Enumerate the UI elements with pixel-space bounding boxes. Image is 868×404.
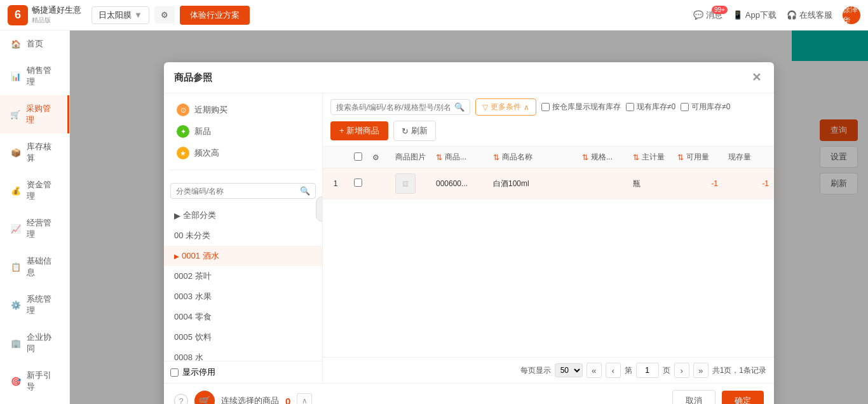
- modal-title: 商品参照: [174, 72, 212, 84]
- next-page-button[interactable]: ›: [674, 363, 689, 378]
- sidebar-label-purchase: 采购管理: [26, 103, 57, 126]
- sidebar-item-apps[interactable]: 📱 应用中心: [0, 400, 69, 404]
- warehouse-stock-filter[interactable]: 按仓库显示现有库存: [541, 102, 621, 112]
- select-all-checkbox[interactable]: [354, 152, 362, 161]
- category-search-icon[interactable]: 🔍: [300, 186, 310, 196]
- product-search-icon[interactable]: 🔍: [454, 102, 465, 112]
- table-header: ⚙ 商品图片 ⇅ 商品...: [323, 147, 774, 168]
- category-0002[interactable]: 0002 茶叶: [164, 266, 322, 286]
- online-service-nav-item[interactable]: 🎧 在线客服: [787, 10, 832, 21]
- current-stock-filter[interactable]: 现有库存≠0: [626, 102, 675, 112]
- add-product-button[interactable]: + 新增商品: [330, 121, 388, 140]
- sort-icon-avail: ⇅: [677, 153, 684, 162]
- row-spec: [577, 168, 628, 199]
- messages-badge: 99+: [712, 6, 728, 14]
- quick-filter-area: ⊙ 近期购买 ✦ 新品 ★ 频次高: [164, 93, 322, 179]
- row-name: 白酒100ml: [488, 168, 577, 199]
- category-0003[interactable]: 0003 水果: [164, 286, 322, 307]
- messages-nav-item[interactable]: 💬 消息 99+: [693, 10, 722, 21]
- nav-right: 💬 消息 99+ 📱 App下载 🎧 在线客服 徐泽华: [693, 6, 860, 24]
- sort-icon-unit: ⇅: [633, 153, 639, 162]
- sidebar-item-sales[interactable]: 📊 销售管理: [0, 57, 69, 95]
- sidebar-item-finance[interactable]: 💰 资金管理: [0, 172, 69, 210]
- col-header-avail[interactable]: ⇅ 可用量: [672, 147, 723, 168]
- col-header-stock[interactable]: 现存量: [723, 147, 774, 168]
- show-disabled-checkbox[interactable]: [170, 368, 179, 377]
- divider: [170, 170, 316, 170]
- col-header-spec[interactable]: ⇅ 规格...: [577, 147, 628, 168]
- product-search-input[interactable]: [336, 103, 454, 112]
- last-page-button[interactable]: »: [693, 363, 709, 378]
- collapse-panel-button[interactable]: 《: [316, 196, 323, 222]
- category-0001[interactable]: ▶ 0001 酒水: [164, 246, 322, 266]
- sidebar-label-sales: 销售管理: [27, 65, 59, 88]
- row-check[interactable]: [348, 168, 367, 199]
- cancel-button[interactable]: 取消: [672, 390, 715, 404]
- pagination-bar: 每页显示 50 « ‹ 第 页 › » 共1页，1条记录: [323, 357, 774, 383]
- settings-nav-button[interactable]: ⚙: [154, 6, 175, 24]
- first-page-button[interactable]: «: [587, 363, 602, 378]
- sidebar-item-enterprise[interactable]: 🏢 企业协同: [0, 324, 69, 362]
- page-number-input[interactable]: [636, 363, 659, 378]
- category-00[interactable]: 00 未分类: [164, 226, 322, 246]
- more-filter-button[interactable]: ▽ 更多条件 ∧: [475, 98, 536, 116]
- filter-icon: ▽: [482, 103, 488, 112]
- trial-button[interactable]: 体验行业方案: [180, 6, 250, 25]
- warehouse-stock-checkbox[interactable]: [541, 103, 550, 111]
- category-0004[interactable]: 0004 零食: [164, 307, 322, 327]
- sidebar-item-guide[interactable]: 🎯 新手引导: [0, 362, 69, 400]
- collapse-footer-button[interactable]: ∧: [297, 393, 312, 404]
- col-header-name[interactable]: ⇅ 商品名称: [488, 147, 577, 168]
- category-0005[interactable]: 0005 饮料: [164, 327, 322, 347]
- sidebar-item-basic[interactable]: 📋 基础信息: [0, 248, 69, 286]
- row-checkbox[interactable]: [354, 178, 362, 187]
- category-search-area: 🔍: [170, 183, 316, 199]
- show-disabled-area: 显示停用: [164, 361, 322, 383]
- product-search-bar: 🔍: [330, 99, 470, 115]
- quick-filter-new[interactable]: ✦ 新品: [170, 121, 316, 142]
- confirm-button[interactable]: 确定: [722, 391, 764, 404]
- modal-close-button[interactable]: ✕: [749, 70, 764, 85]
- basic-icon: 📋: [10, 261, 22, 273]
- available-stock-checkbox[interactable]: [681, 103, 689, 111]
- modal-right-panel: 🔍 ▽ 更多条件 ∧ 按仓库显示现有库存 现有库存≠0: [323, 93, 774, 383]
- table-row[interactable]: 1 🖼 000600...: [323, 168, 774, 199]
- toolbar-refresh-button[interactable]: ↻ ↻ 刷新 刷新: [393, 121, 436, 141]
- col-header-img[interactable]: 商品图片: [390, 147, 431, 168]
- sidebar-item-home[interactable]: 🏠 首页: [0, 30, 69, 57]
- category-tree: ▶ 全部分类 00 未分类 ▶ 0001 酒水 0002 茶叶 0003 水果: [164, 203, 322, 361]
- nav-selector[interactable]: 日太阳膜 ▼: [92, 6, 149, 24]
- product-thumbnail: 🖼: [395, 173, 416, 194]
- sort-icon: ⇅: [436, 153, 442, 162]
- quick-filter-recent[interactable]: ⊙ 近期购买: [170, 100, 316, 120]
- per-page-label: 每页显示: [520, 365, 551, 376]
- sidebar-item-operations[interactable]: 📈 经营管理: [0, 210, 69, 248]
- app-download-nav-item[interactable]: 📱 App下载: [733, 10, 776, 21]
- logo-icon: 6: [8, 5, 28, 25]
- sidebar-label-inventory: 库存核算: [27, 141, 59, 164]
- current-stock-checkbox[interactable]: [626, 103, 634, 111]
- user-profile-nav-item[interactable]: 徐泽华: [843, 6, 860, 24]
- col-header-gear: ⚙: [367, 147, 390, 168]
- logo-area: 6 畅捷通好生意 精品版: [8, 5, 81, 25]
- col-header-code[interactable]: ⇅ 商品...: [431, 147, 488, 168]
- cart-button[interactable]: 🛒: [194, 391, 215, 404]
- sidebar-item-inventory[interactable]: 📦 库存核算: [0, 133, 69, 172]
- category-all[interactable]: ▶ 全部分类: [164, 205, 322, 226]
- col-header-unit[interactable]: ⇅ 主计量: [628, 147, 672, 168]
- sidebar-item-system[interactable]: ⚙️ 系统管理: [0, 286, 69, 324]
- sidebar-item-purchase[interactable]: 🛒 采购管理: [0, 95, 69, 133]
- category-search-input[interactable]: [176, 187, 297, 196]
- page-size-select[interactable]: 50: [555, 363, 583, 377]
- message-icon: 💬: [693, 10, 703, 20]
- category-0008[interactable]: 0008 水: [164, 347, 322, 361]
- modal-toolbar: 🔍 ▽ 更多条件 ∧ 按仓库显示现有库存 现有库存≠0: [323, 93, 774, 147]
- sidebar-label-finance: 资金管理: [27, 179, 59, 202]
- quick-filter-frequent[interactable]: ★ 频次高: [170, 143, 316, 163]
- selected-text: 连续选择的商品: [221, 395, 279, 404]
- left-sidebar: 🏠 首页 📊 销售管理 🛒 采购管理 📦 库存核算 💰 资金管理 📈 经营管理 …: [0, 30, 70, 404]
- available-stock-filter[interactable]: 可用库存≠0: [681, 102, 730, 112]
- prev-page-button[interactable]: ‹: [606, 363, 621, 378]
- help-icon-button[interactable]: ?: [174, 394, 188, 404]
- modal-left-panel: ⊙ 近期购买 ✦ 新品 ★ 频次高: [164, 93, 323, 383]
